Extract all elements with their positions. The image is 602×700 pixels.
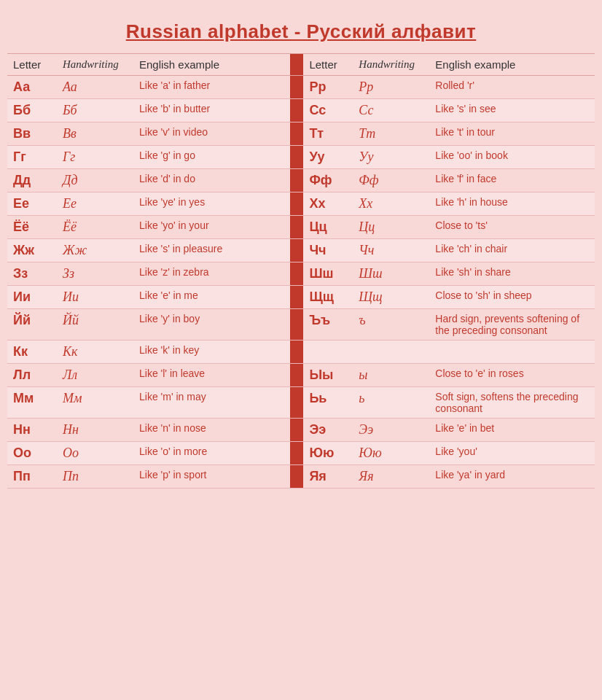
row-divider — [290, 192, 303, 216]
left-handwriting: Пп — [57, 465, 133, 489]
right-handwriting: Щщ — [353, 286, 429, 309]
left-example: Like 'yo' in your — [133, 216, 290, 239]
row-divider — [290, 262, 303, 286]
left-handwriting: Ее — [57, 192, 133, 216]
right-example: Like 's' in see — [429, 99, 595, 122]
row-divider — [290, 465, 303, 489]
right-handwriting: Тт — [353, 122, 429, 146]
header-example-left: English example — [133, 54, 290, 76]
left-letter: Зз — [7, 262, 57, 286]
page-title: Russian alphabet - Русский алфавит — [7, 7, 595, 53]
left-handwriting: Вв — [57, 122, 133, 146]
right-letter: Яя — [303, 465, 353, 489]
right-example: Like 't' in tour — [429, 122, 595, 146]
right-example: Close to 'sh' in sheep — [429, 286, 595, 309]
right-letter: Рр — [303, 76, 353, 99]
left-example: Like 'n' in nose — [133, 419, 290, 442]
right-handwriting: Уу — [353, 146, 429, 169]
left-example: Like 'g' in go — [133, 146, 290, 169]
right-letter: Ээ — [303, 419, 353, 442]
row-divider — [290, 286, 303, 309]
left-handwriting: Жж — [57, 239, 133, 262]
right-example: Like 'you' — [429, 442, 595, 465]
left-example: Like 'b' in butter — [133, 99, 290, 122]
row-divider — [290, 169, 303, 192]
left-handwriting: Аа — [57, 76, 133, 99]
right-letter: Цц — [303, 216, 353, 239]
right-letter: Шш — [303, 262, 353, 286]
header-letter-right: Letter — [303, 54, 353, 76]
right-letter: Щщ — [303, 286, 353, 309]
left-letter: Дд — [7, 169, 57, 192]
left-handwriting: Дд — [57, 169, 133, 192]
left-handwriting: Бб — [57, 99, 133, 122]
left-example: Like 'e' in me — [133, 286, 290, 309]
left-example: Like 'k' in key — [133, 341, 290, 364]
row-divider — [290, 239, 303, 262]
left-example: Like 'a' in father — [133, 76, 290, 99]
left-letter: Кк — [7, 341, 57, 364]
header-handwriting-right: Handwriting — [353, 54, 429, 76]
left-letter: Жж — [7, 239, 57, 262]
row-divider — [290, 442, 303, 465]
row-divider — [290, 341, 303, 364]
left-example: Like 'o' in more — [133, 442, 290, 465]
alphabet-table: Letter Handwriting English example Lette… — [7, 53, 595, 489]
left-letter: Йй — [7, 309, 57, 341]
left-handwriting: Нн — [57, 419, 133, 442]
header-letter-left: Letter — [7, 54, 57, 76]
left-letter: Пп — [7, 465, 57, 489]
right-example: Rolled 'r' — [429, 76, 595, 99]
left-letter: Лл — [7, 364, 57, 387]
row-divider — [290, 146, 303, 169]
right-letter: Хх — [303, 192, 353, 216]
left-example: Like 'z' in zebra — [133, 262, 290, 286]
left-example: Like 'y' in boy — [133, 309, 290, 341]
right-letter: Чч — [303, 239, 353, 262]
right-letter: Ьь — [303, 387, 353, 419]
header-handwriting-left: Handwriting — [57, 54, 133, 76]
left-letter: Мм — [7, 387, 57, 419]
left-handwriting: Кк — [57, 341, 133, 364]
row-divider — [290, 419, 303, 442]
left-example: Like 'm' in may — [133, 387, 290, 419]
left-example: Like 's' in pleasure — [133, 239, 290, 262]
right-example: Like 'e' in bet — [429, 419, 595, 442]
right-letter: Ыы — [303, 364, 353, 387]
right-letter: Фф — [303, 169, 353, 192]
right-example: Soft sign, softens the preceding consona… — [429, 387, 595, 419]
right-handwriting: Цц — [353, 216, 429, 239]
right-handwriting: Фф — [353, 169, 429, 192]
right-example — [429, 341, 595, 364]
right-handwriting: Юю — [353, 442, 429, 465]
right-handwriting: ы — [353, 364, 429, 387]
right-example: Like 'ch' in chair — [429, 239, 595, 262]
right-example: Like 'oo' in book — [429, 146, 595, 169]
row-divider — [290, 99, 303, 122]
left-example: Like 'l' in leave — [133, 364, 290, 387]
left-handwriting: Оо — [57, 442, 133, 465]
right-handwriting: Сс — [353, 99, 429, 122]
left-letter: Ёё — [7, 216, 57, 239]
right-letter: Уу — [303, 146, 353, 169]
left-letter: Ии — [7, 286, 57, 309]
row-divider — [290, 216, 303, 239]
left-handwriting: Ёё — [57, 216, 133, 239]
right-letter — [303, 341, 353, 364]
right-handwriting: ь — [353, 387, 429, 419]
left-letter: Оо — [7, 442, 57, 465]
left-handwriting: Ии — [57, 286, 133, 309]
left-handwriting: Мм — [57, 387, 133, 419]
left-letter: Вв — [7, 122, 57, 146]
left-handwriting: Гг — [57, 146, 133, 169]
row-divider — [290, 76, 303, 99]
left-handwriting: Зз — [57, 262, 133, 286]
row-divider — [290, 122, 303, 146]
right-example: Close to 'ts' — [429, 216, 595, 239]
left-letter: Ее — [7, 192, 57, 216]
left-example: Like 'd' in do — [133, 169, 290, 192]
left-example: Like 'v' in video — [133, 122, 290, 146]
right-handwriting: ъ — [353, 309, 429, 341]
right-handwriting: Ээ — [353, 419, 429, 442]
right-handwriting — [353, 341, 429, 364]
